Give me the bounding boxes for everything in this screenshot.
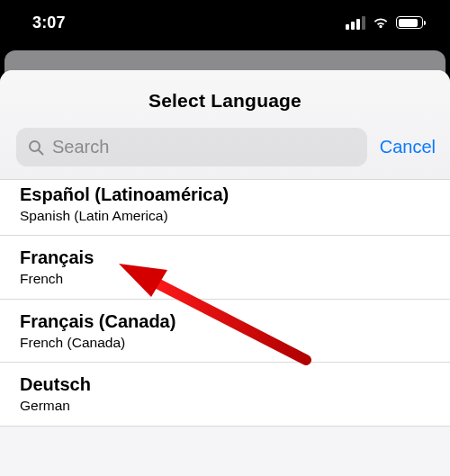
language-native: Français (Canada) (20, 310, 432, 333)
status-time: 3:07 (32, 13, 66, 32)
language-english: French (Canada) (20, 334, 432, 351)
sheet-title: Select Language (0, 90, 450, 112)
sheet-header: Select Language Search Cancel (0, 70, 450, 180)
wifi-icon (372, 16, 390, 30)
search-placeholder: Search (52, 137, 109, 157)
language-select-sheet: Select Language Search Cancel Español (L… (0, 70, 450, 476)
language-row-francais-canada[interactable]: Français (Canada) French (Canada) (0, 300, 450, 363)
language-native: Français (20, 247, 432, 269)
svg-line-1 (39, 150, 43, 155)
language-native: Deutsch (20, 373, 432, 396)
language-english: Spanish (Latin America) (20, 207, 432, 224)
language-list[interactable]: Español (Latinoamérica) Spanish (Latin A… (0, 180, 450, 427)
language-english: German (20, 397, 432, 414)
language-native: Español (Latinoamérica) (20, 184, 432, 206)
status-icons (346, 16, 423, 30)
device-frame: 3:07 Select Language Search Cancel Esp (0, 0, 450, 476)
cancel-button[interactable]: Cancel (380, 137, 436, 157)
search-row: Search Cancel (0, 112, 450, 179)
search-input[interactable]: Search (16, 128, 367, 166)
battery-icon (396, 16, 423, 29)
language-row-espanol-la[interactable]: Español (Latinoamérica) Spanish (Latin A… (0, 180, 450, 236)
language-row-francais[interactable]: Français French (0, 236, 450, 299)
language-row-deutsch[interactable]: Deutsch German (0, 363, 450, 426)
search-icon (27, 139, 45, 157)
cellular-icon (346, 16, 365, 30)
language-english: French (20, 270, 432, 287)
status-bar: 3:07 (0, 0, 450, 52)
